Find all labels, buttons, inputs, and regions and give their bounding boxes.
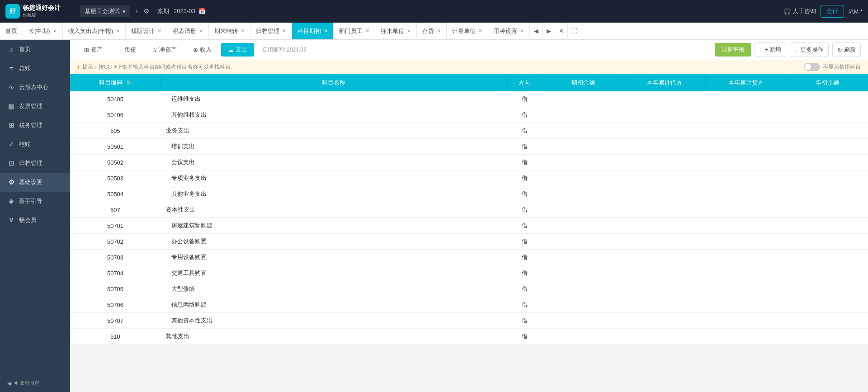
cat-tab-income[interactable]: ⊕ 收入: [186, 43, 218, 57]
table-row[interactable]: 50705 大型修缮 借: [70, 281, 868, 297]
ledger-icon: ≡: [7, 64, 15, 72]
collapse-label: ◀ 取消固定: [13, 380, 39, 387]
help-button[interactable]: 🎧 人工咨询: [783, 7, 816, 15]
sidebar-item-invoice[interactable]: ▦ 发票管理: [0, 97, 70, 116]
table-row[interactable]: 510 其他支出 借: [70, 329, 868, 345]
tab-close-subject-init[interactable]: ✕: [324, 28, 328, 34]
more-icon: ≡: [795, 47, 798, 53]
table-row[interactable]: 50406 其他维权支出 借: [70, 107, 868, 123]
income-cat-tab-icon: ⊕: [193, 47, 198, 53]
table-row[interactable]: 50704 交通工具购置 借: [70, 265, 868, 281]
tab-close-template[interactable]: ✕: [157, 28, 161, 34]
sidebar-item-settings[interactable]: ⚙ 基础设置: [0, 173, 70, 192]
tab-period-end[interactable]: 期末结转 ✕: [209, 23, 250, 40]
tab-close-income[interactable]: ✕: [116, 28, 120, 34]
add-button[interactable]: + + 新增: [755, 43, 787, 57]
table-row[interactable]: 50701 房屋建筑物购建 借: [70, 218, 868, 234]
tab-subject-init[interactable]: 科目期初 ✕: [292, 23, 334, 40]
tab-inventory[interactable]: 存货 ✕: [417, 23, 447, 40]
cell-ytd-debit: [624, 139, 705, 155]
info-bar: ℹ 提示：按Ctrl + F键并输入科目编码或者科目名称可以查找科目。 不显示禁…: [70, 60, 868, 74]
tab-archive[interactable]: 归档管理 ✕: [250, 23, 292, 40]
balance-button[interactable]: 试算平衡: [715, 43, 751, 57]
refresh-button[interactable]: ↻ 刷新: [832, 43, 861, 57]
cell-direction: 借: [506, 107, 542, 123]
table-row[interactable]: 507 资本性支出 借: [70, 202, 868, 218]
table-container: 科目编码 ⚙ 科目名称 方向 期初余额 本年累计借方 本年累计贷方 年初余额 5…: [70, 74, 868, 392]
net-asset-tab-icon: ≋: [152, 47, 157, 53]
cell-name: 运维维支出: [160, 91, 506, 107]
table-row[interactable]: 505 业务支出 借: [70, 123, 868, 139]
cat-tab-liability[interactable]: ≡ 负债: [112, 43, 143, 57]
sidebar-item-home[interactable]: ⌂ 首页: [0, 40, 70, 59]
sidebar-item-member[interactable]: V 畅会员: [0, 211, 70, 230]
table-row[interactable]: 50703 专用设备购置 借: [70, 250, 868, 265]
tab-close-dept[interactable]: ✕: [365, 28, 369, 34]
tab-close-period-end[interactable]: ✕: [241, 28, 245, 34]
cell-year-opening: [787, 91, 868, 107]
more-button[interactable]: ≡ 更多操作: [790, 43, 829, 57]
table-body: 50405 运维维支出 借 50406 其他维权支出 借 505 业务支出 借 …: [70, 91, 868, 345]
archive-tab-label: 归档管理: [256, 27, 279, 35]
org-selector[interactable]: 基层工会测试 ▾: [80, 5, 130, 17]
tab-dept[interactable]: 部门员工 ✕: [334, 23, 375, 40]
tab-close-counterpart[interactable]: ✕: [407, 28, 411, 34]
table-row[interactable]: 50504 其他业务支出 借: [70, 186, 868, 202]
tab-prev-button[interactable]: ◀: [530, 23, 542, 40]
tab-close-all-button[interactable]: ✕: [555, 23, 568, 40]
table-row[interactable]: 50502 会议支出 借: [70, 155, 868, 170]
cell-ytd-debit: [624, 265, 705, 281]
cell-opening-balance: [542, 250, 624, 265]
sidebar-item-report[interactable]: ∿ 云报表中心: [0, 78, 70, 97]
disable-toggle[interactable]: [804, 63, 820, 71]
table-row[interactable]: 50707 其他资本性支出 借: [70, 313, 868, 329]
tab-unit[interactable]: 计量单位 ✕: [447, 23, 488, 40]
sidebar-item-member-label: 畅会员: [19, 216, 37, 224]
sidebar-item-settlement[interactable]: ✓ 结账: [0, 135, 70, 154]
cell-opening-balance: [542, 186, 624, 202]
tab-close-tax[interactable]: ✕: [199, 28, 203, 34]
sidebar-collapse-button[interactable]: ◀ ◀ 取消固定: [0, 374, 70, 392]
cat-tab-net-asset[interactable]: ≋ 净资产: [146, 43, 184, 57]
table-row[interactable]: 50405 运维维支出 借: [70, 91, 868, 107]
cell-name: 其他维权支出: [160, 107, 506, 123]
category-toolbar: ⊞ 资产 ≡ 负债 ≋ 净资产 ⊕ 收入 ☁ 支出 启用期间: 2023.03 …: [70, 40, 868, 60]
col-settings-icon[interactable]: ⚙: [126, 79, 132, 86]
cell-year-opening: [787, 265, 868, 281]
tab-close-unit[interactable]: ✕: [478, 28, 482, 34]
tab-home[interactable]: 首页: [0, 23, 23, 40]
tab-template[interactable]: 模版设计 ✕: [126, 23, 167, 40]
tab-balance[interactable]: 长(中期) ✕: [23, 23, 63, 40]
sidebar-item-ledger[interactable]: ≡ 总账: [0, 59, 70, 78]
cell-ytd-debit: [624, 202, 705, 218]
add-org-icon[interactable]: +: [135, 7, 139, 15]
tab-counterpart[interactable]: 往来单位 ✕: [375, 23, 417, 40]
table-row[interactable]: 50702 办公设备购置 借: [70, 234, 868, 250]
tab-income[interactable]: 收入支出表(年报) ✕: [63, 23, 126, 40]
cell-name: 专用设备购置: [160, 250, 506, 265]
account-button[interactable]: 会计: [821, 5, 844, 18]
table-row[interactable]: 50503 专项业务支出 借: [70, 170, 868, 186]
tab-expand-button[interactable]: ⛶: [568, 23, 580, 40]
tab-currency[interactable]: 币种设置 ✕: [488, 23, 530, 40]
sidebar: ⌂ 首页 ≡ 总账 ∿ 云报表中心 ▦ 发票管理 ⊞ 税务管理 ✓ 结账: [0, 40, 70, 392]
sidebar-item-tax[interactable]: ⊞ 税务管理: [0, 116, 70, 135]
table-row[interactable]: 50706 信息网络购建 借: [70, 297, 868, 313]
tab-next-button[interactable]: ▶: [542, 23, 555, 40]
table-row[interactable]: 50501 培训支出 借: [70, 139, 868, 155]
cat-tab-asset[interactable]: ⊞ 资产: [77, 43, 109, 57]
cell-code: 510: [70, 329, 160, 345]
tab-close-balance[interactable]: ✕: [53, 28, 57, 34]
tab-tax[interactable]: 税表清册 ✕: [167, 23, 209, 40]
calendar-icon[interactable]: 📅: [198, 8, 206, 14]
tab-close-inventory[interactable]: ✕: [437, 28, 441, 34]
settings-icon[interactable]: ⚙: [143, 7, 149, 15]
sidebar-item-guide[interactable]: ◈ 新手引导: [0, 192, 70, 211]
sidebar-item-archive[interactable]: ⊡ 归档管理: [0, 154, 70, 173]
cat-tab-expense[interactable]: ☁ 支出: [221, 43, 254, 57]
tab-close-currency[interactable]: ✕: [520, 28, 524, 34]
cell-ytd-credit: [705, 234, 787, 250]
toolbar-right: 试算平衡 + + 新增 ≡ 更多操作 ↻ 刷新: [715, 43, 861, 57]
cell-code: 50501: [70, 139, 160, 155]
tab-close-archive[interactable]: ✕: [282, 28, 286, 34]
